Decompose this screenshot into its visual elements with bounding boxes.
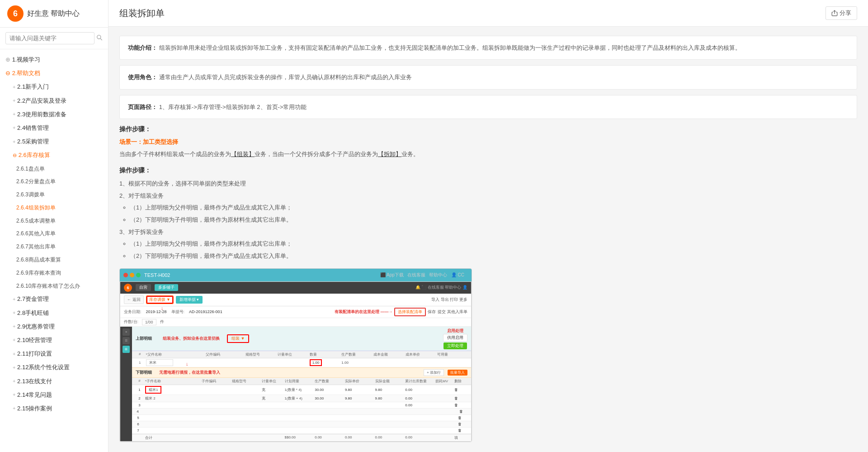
- sidebar-item-2-3[interactable]: + 2.3使用前数据准备: [0, 108, 108, 121]
- expand-icon-2-3: +: [13, 111, 15, 118]
- expand-icon-2-4: +: [13, 124, 15, 131]
- app-right-actions: 导入 导出 打印 更多: [431, 297, 467, 303]
- left-nav-icon-1[interactable]: ≡: [123, 328, 130, 336]
- sidebar: 6 好生意 帮助中心 ⊕ 1.视频学习 ⊖ 2.帮助文档 + 2.1新手入门 +…: [0, 0, 108, 452]
- sidebar-item-2-10[interactable]: + 2.10经营管理: [0, 333, 108, 347]
- sidebar-item-2-6-2[interactable]: 2.6.2分量盘点单: [0, 175, 108, 188]
- sidebar-item-2-7[interactable]: + 2.7资金管理: [0, 292, 108, 306]
- sidebar-item-2-14[interactable]: + 2.14常见问题: [0, 388, 108, 402]
- mockup-titlebar: TEST-H002 ⬛ App下载 在线客服 帮助中心 👤 CC: [120, 269, 472, 281]
- search-input[interactable]: [5, 32, 94, 44]
- parent-name-input[interactable]: 米米: [146, 359, 173, 366]
- collapse-icon-2: ⊖: [5, 69, 10, 77]
- role-block: 使用角色： 通常由生产人员或库管人员完成拆装业务的操作，库管人员确认原材料的出库…: [119, 65, 857, 89]
- btn-select-bom[interactable]: 选择装配清单: [394, 308, 426, 316]
- app-screenshot: 6 自营 多多铺子 🔔 ⬛ 在线客服 帮助中心 👤 ← 返回 库存调拨 ▼ 新增…: [120, 281, 472, 442]
- step3-sublist: （1）上部明细为父件明细，最终作为原材料生成其它出库单； （2）下部明细为子件明…: [119, 238, 857, 262]
- btn-save2[interactable]: 保存: [428, 309, 436, 315]
- expand-icon-2-1: +: [13, 84, 15, 90]
- role-label: 使用角色：: [128, 74, 157, 81]
- btn-submit2[interactable]: 提交 其他入库单: [438, 309, 467, 315]
- func-intro-label: 功能介绍：: [128, 44, 157, 51]
- share-button[interactable]: 分享: [826, 6, 857, 20]
- step3-sub1: （1）上部明细为父件明细，最终作为原材料生成其它出库单；: [130, 238, 857, 250]
- svg-point-0: [97, 35, 101, 39]
- path-label: 页面路径：: [128, 104, 157, 110]
- sidebar-item-2-6-4[interactable]: 2.6.4组装拆卸单: [0, 201, 108, 214]
- sidebar-item-2-8[interactable]: + 2.8手机旺铺: [0, 306, 108, 320]
- btn-back[interactable]: ← 返回: [124, 295, 144, 304]
- annotation-batch-import: 无需地逐行填报，在这里批量导入: [159, 370, 220, 376]
- app-nav-active: 多多铺子: [155, 284, 178, 291]
- page-title: 组装拆卸单: [119, 7, 165, 19]
- search-button[interactable]: [96, 34, 103, 42]
- step3-sub2: （2）下部明细为子件明细，最终作为产成品生成其它入库单。: [130, 251, 857, 262]
- apply-btn[interactable]: 立即处理: [443, 343, 467, 349]
- sidebar-item-2-6-10[interactable]: 2.6.10库存账本错了怎么办: [0, 280, 108, 293]
- count-val[interactable]: 1/00: [142, 319, 156, 325]
- sidebar-item-2-6-8[interactable]: 2.6.8商品成本重算: [0, 253, 108, 266]
- sidebar-item-2-11[interactable]: + 2.11打印设置: [0, 347, 108, 361]
- sidebar-item-2-6-9[interactable]: 2.6.9库存账本查询: [0, 266, 108, 280]
- collapse-icon-2-6: ⊖: [13, 152, 17, 159]
- num-val: AD-20191226-001: [189, 309, 222, 314]
- search-box: [0, 28, 108, 49]
- sidebar-item-2-1[interactable]: + 2.1新手入门: [0, 80, 108, 94]
- step3-item: 3、对于拆装业务: [119, 227, 857, 238]
- ops-heading: 操作步骤：: [119, 125, 857, 133]
- enable-switch[interactable]: 供用启用: [443, 334, 467, 342]
- type-selector[interactable]: 库存调拨 ▼: [146, 295, 174, 304]
- path-block: 页面路径： 1、库存核算->库存管理->组装拆卸单 2、首页->常用功能: [119, 95, 857, 119]
- upper-section-label: 上部明细: [136, 336, 152, 342]
- sidebar-item-2-15[interactable]: + 2.15操作案例: [0, 402, 108, 415]
- func-intro-block: 功能介绍： 组装拆卸单用来处理企业组装或拆卸等加工业务，支持有固定装配清单的产品…: [119, 36, 857, 60]
- app-top-right-icons: 🔔 ⬛ 在线客服 帮助中心 👤: [415, 285, 467, 290]
- svg-line-1: [100, 38, 102, 40]
- sidebar-item-2[interactable]: ⊖ 2.帮助文档: [0, 67, 108, 80]
- annotation-type-switch: 组装业务、拆卸业务在这里切换: [163, 336, 220, 342]
- sidebar-item-2-6[interactable]: ⊖ 2.6库存核算: [0, 148, 108, 162]
- btn-add-row[interactable]: + 添加行: [424, 369, 444, 376]
- func-intro-text: 组装拆卸单用来处理企业组装或拆卸等加工业务，支持有固定装配清单的产品加工业务，也…: [159, 44, 741, 51]
- sidebar-item-2-2[interactable]: + 2.2产品安装及登录: [0, 94, 108, 108]
- sidebar-item-2-6-7[interactable]: 2.6.7其他出库单: [0, 240, 108, 253]
- left-nav-icon-2[interactable]: ☰: [123, 337, 130, 344]
- role-text: 通常由生产人员或库管人员完成拆装业务的操作，库管人员确认原材料的出库和产成品的入…: [159, 74, 412, 81]
- btn-new-add[interactable]: 新增单据 ▾: [176, 296, 203, 304]
- expand-icon-2-5: +: [13, 138, 15, 145]
- sidebar-item-1[interactable]: ⊕ 1.视频学习: [0, 53, 108, 67]
- step2-item: 2、对于组装业务: [119, 190, 857, 202]
- sidebar-item-2-5[interactable]: + 2.5采购管理: [0, 135, 108, 148]
- step1-item: 1、根据不同的业务，选择不同单据的类型来处理: [119, 178, 857, 190]
- sidebar-item-2-6-5[interactable]: 2.6.5成本调整单: [0, 214, 108, 228]
- nav-tree: ⊕ 1.视频学习 ⊖ 2.帮助文档 + 2.1新手入门 + 2.2产品安装及登录…: [0, 49, 108, 452]
- type-switch-btn[interactable]: 组装 ▼: [227, 334, 249, 343]
- qty-input[interactable]: 1.00: [310, 359, 322, 366]
- date-label: 业务日期:: [124, 309, 142, 315]
- sidebar-item-2-6-1[interactable]: 2.6.1盘点单: [0, 162, 108, 176]
- top-bar: 组装拆卸单 分享: [108, 0, 868, 27]
- annotation-bom: 有装配清单的在这里处理 ——→: [335, 309, 393, 315]
- sidebar-item-2-9[interactable]: + 2.9优惠券管理: [0, 320, 108, 333]
- scene1-heading: 场景一：加工类型选择: [119, 138, 857, 146]
- num-label: 单据号:: [171, 309, 185, 315]
- sidebar-item-2-6-6[interactable]: 2.6.6其他入库单: [0, 227, 108, 240]
- sidebar-item-2-12[interactable]: + 2.12系统个性化设置: [0, 361, 108, 374]
- sidebar-item-2-13[interactable]: + 2.13在线支付: [0, 375, 108, 388]
- btn-import[interactable]: 批量导入: [448, 370, 467, 376]
- app-title: 好生意 帮助中心: [27, 9, 80, 19]
- left-nav-icon-active[interactable]: ⊞: [123, 346, 130, 353]
- sidebar-item-2-4[interactable]: + 2.4销售管理: [0, 121, 108, 135]
- expand-icon-1: ⊕: [5, 56, 10, 64]
- expand-icon-2-2: +: [13, 97, 15, 104]
- app-logo: 6: [7, 5, 24, 22]
- content-area: 功能介绍： 组装拆卸单用来处理企业组装或拆卸等加工业务，支持有固定装配清单的产品…: [108, 27, 868, 452]
- count-label: 件数/台:: [124, 319, 138, 325]
- step2-sub1: （1）上部明细为父件明细，最终作为产成品生成其它入库单；: [130, 202, 857, 214]
- steps-list: 1、根据不同的业务，选择不同单据的类型来处理 2、对于组装业务 （1）上部明细为…: [119, 178, 857, 262]
- screenshot-mockup: TEST-H002 ⬛ App下载 在线客服 帮助中心 👤 CC 6 自营 多多…: [119, 268, 472, 442]
- ops-steps-title: 操作步骤：: [119, 167, 857, 175]
- annotation-enable: 启用处理: [447, 328, 463, 334]
- child-name-input-1[interactable]: 糯米1: [145, 386, 161, 394]
- sidebar-item-2-6-3[interactable]: 2.6.3调拨单: [0, 188, 108, 201]
